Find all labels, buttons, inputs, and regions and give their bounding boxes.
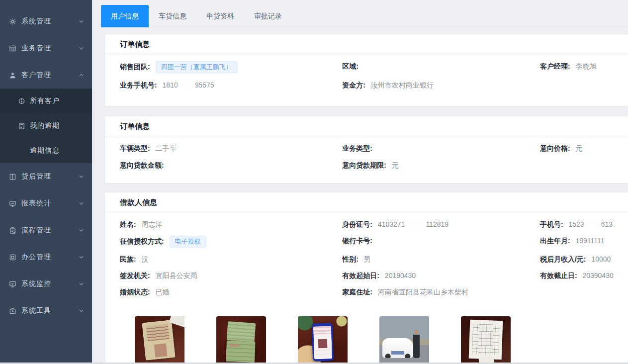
photo-paper-document: 材料照片 <box>461 316 511 364</box>
sidebar-item-report-statistics[interactable]: 报表统计 <box>0 190 92 217</box>
field-issuer: 签发机关: 宜阳县公安局 <box>120 271 342 280</box>
chevron-down-icon <box>79 255 84 260</box>
field-label: 车辆类型: <box>120 144 150 152</box>
customer-management-submenu: 所有客户 我的逾期 逾期信息 <box>0 89 92 163</box>
field-gender: 性别: 男 <box>342 254 540 264</box>
sidebar-subitem-all-customers[interactable]: 所有客户 <box>0 89 92 113</box>
field-sales-team: 销售团队: 四团一营（直属王鹏飞） <box>120 61 342 73</box>
chevron-down-icon <box>79 174 84 180</box>
field-label: 业务手机号: <box>120 81 157 89</box>
grid-icon <box>8 44 16 52</box>
field-value: 6137 <box>601 220 614 228</box>
field-value: 4103271 <box>378 220 405 228</box>
card-title: 订单信息 <box>105 116 628 136</box>
vehicle-order-card: 订单信息 车辆类型: 二手车 业务类型: 意向价格: 元 意向贷款金额: 意向贷… <box>104 116 628 183</box>
sidebar-item-system-management[interactable]: 系统管理 <box>0 8 92 35</box>
chevron-down-icon <box>79 281 84 287</box>
borrower-info-body: 姓名: 周志洋 身份证号: 4103271112819 手机号: 1523613… <box>105 212 628 364</box>
sidebar-item-workflow-management[interactable]: 流程管理 <box>0 217 92 244</box>
redacted-digits <box>585 220 601 228</box>
sidebar-item-label: 报表统计 <box>21 199 51 208</box>
field-label: 家庭住址: <box>342 288 372 296</box>
field-label: 银行卡号: <box>342 237 372 245</box>
field-value: 宜阳县公安局 <box>156 272 197 279</box>
sidebar-scrollbar[interactable] <box>92 0 95 364</box>
card-title: 订单信息 <box>105 34 628 54</box>
paper-document-thumb[interactable] <box>461 316 511 364</box>
field-valid-from: 有效起始日: 20190430 <box>342 271 540 280</box>
borrower-photos: 身份证 驾驶证照片 授权截图 人车合影 材料照片 <box>135 316 614 364</box>
sidebar-item-label: 系统监控 <box>21 279 51 288</box>
field-value: 已婚 <box>156 288 170 296</box>
field-value: 二手车 <box>156 144 177 152</box>
field-business-type: 业务类型: <box>342 143 540 153</box>
vehicle-order-body: 车辆类型: 二手车 业务类型: 意向价格: 元 意向贷款金额: 意向贷款期限: … <box>105 136 628 178</box>
sidebar-item-system-monitor[interactable]: 系统监控 <box>0 271 92 297</box>
field-label: 有效截止日: <box>540 272 577 279</box>
sidebar-item-label: 客户管理 <box>21 71 51 80</box>
field-label: 客户经理: <box>540 62 570 70</box>
sidebar-item-system-tools[interactable]: 系统工具 <box>0 297 92 324</box>
field-value: 1810 <box>163 81 178 89</box>
monitor-check-icon <box>8 280 16 288</box>
sidebar-item-business-management[interactable]: 业务管理 <box>0 35 92 62</box>
photo-id-card: 身份证 <box>135 316 184 364</box>
field-label: 意向贷款金额: <box>120 161 164 169</box>
field-value: 男 <box>364 255 371 263</box>
field-label: 性别: <box>342 255 359 263</box>
field-label: 姓名: <box>120 220 136 228</box>
field-label: 业务类型: <box>342 144 372 152</box>
id-card-photo-thumb[interactable] <box>135 316 184 364</box>
sidebar-subitem-label: 逾期信息 <box>30 146 60 155</box>
field-value: 20390430 <box>582 272 613 279</box>
field-business-phone: 业务手机号: 181095575 <box>120 80 342 90</box>
notebook-icon <box>17 122 25 130</box>
field-intended-price: 意向价格: 元 <box>540 143 614 153</box>
photo-auth-screenshot: 授权截图 <box>298 316 348 364</box>
field-value: 元 <box>392 161 399 169</box>
field-label: 出生年月: <box>540 237 570 245</box>
auth-screenshot-thumb[interactable] <box>298 316 348 364</box>
field-label: 意向贷款期限: <box>342 161 386 169</box>
field-valid-to: 有效截止日: 20390430 <box>540 271 614 280</box>
sidebar-item-office-management[interactable]: 办公管理 <box>0 244 92 271</box>
monitor-icon <box>8 199 16 207</box>
tab-approval-records[interactable]: 审批记录 <box>244 5 292 27</box>
field-label: 手机号: <box>540 220 563 228</box>
tab-user-info[interactable]: 用户信息 <box>101 5 149 27</box>
field-label: 意向价格: <box>540 144 570 152</box>
field-vehicle-type: 车辆类型: 二手车 <box>120 143 342 153</box>
field-label: 区域: <box>342 62 359 70</box>
field-value: 20190430 <box>385 272 416 279</box>
tab-loan-application-docs[interactable]: 申贷资料 <box>196 5 244 27</box>
field-value: 李晓旭 <box>575 62 596 70</box>
credit-auth-tag[interactable]: 电子授权 <box>170 236 206 248</box>
field-value: 19911111 <box>575 237 604 245</box>
field-birth: 出生年月: 19911111 <box>540 236 614 248</box>
field-value: 汉 <box>142 255 149 263</box>
clients-icon <box>17 97 25 105</box>
license-booklet-thumb[interactable] <box>216 316 266 364</box>
sidebar-item-label: 贷后管理 <box>21 172 51 181</box>
sidebar-subitem-my-overdue[interactable]: 我的逾期 <box>0 113 92 138</box>
chevron-down-icon <box>79 19 84 24</box>
field-value: 95575 <box>195 81 214 89</box>
sidebar-subitem-overdue-info[interactable]: 逾期信息 <box>0 138 92 163</box>
field-value: 河南省宜阳县花果山乡木柴村 <box>378 288 468 296</box>
field-empty <box>540 160 614 170</box>
sales-team-tag[interactable]: 四团一营（直属王鹏飞） <box>156 61 238 73</box>
toolbox-icon <box>8 307 16 315</box>
person-with-car-thumb[interactable] <box>379 316 429 364</box>
field-value: 汝州市农村商业银行 <box>371 81 434 89</box>
field-empty <box>540 287 614 297</box>
sidebar-item-customer-management[interactable]: 客户管理 <box>0 62 92 89</box>
field-name: 姓名: 周志洋 <box>120 219 342 229</box>
sidebar-subitem-label: 所有客户 <box>30 96 60 105</box>
detail-tabbar: 用户信息 车贷信息 申贷资料 审批记录 <box>101 5 628 27</box>
field-value: 周志洋 <box>142 220 163 228</box>
sidebar-item-postloan-management[interactable]: 贷后管理 <box>0 163 92 190</box>
chevron-up-icon <box>79 73 84 78</box>
field-region: 区域: <box>342 61 540 73</box>
tab-car-loan-info[interactable]: 车贷信息 <box>149 5 196 27</box>
field-credit-auth: 征信授权方式: 电子授权 <box>120 236 342 248</box>
